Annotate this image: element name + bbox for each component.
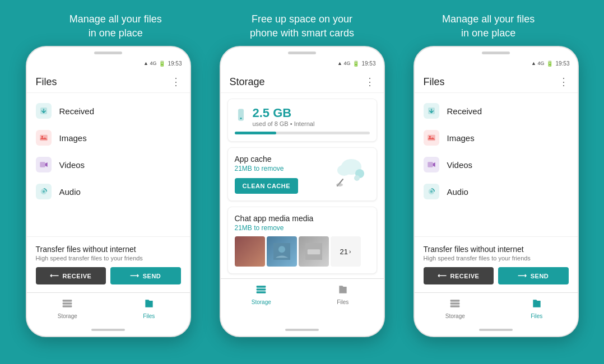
app-bar-center: Storage ⋮ (221, 70, 384, 93)
time-left: 19:53 (168, 60, 182, 67)
storage-nav-icon-right (449, 298, 461, 312)
svg-rect-31 (450, 302, 460, 304)
svg-rect-30 (450, 300, 460, 301)
chat-thumbs: 21 › (235, 236, 370, 267)
headline-left: Manage all your files in one place (31, 12, 199, 40)
svg-point-14 (354, 175, 360, 181)
svg-rect-7 (63, 302, 72, 304)
bottom-nav-center: Storage Files (221, 278, 384, 310)
menu-list-left: Received Images (27, 93, 190, 236)
menu-list-right: Received Images (415, 93, 578, 236)
gb-value: 2.5 GB (253, 106, 292, 120)
videos-icon (36, 157, 52, 172)
phone-bottom-left (27, 324, 190, 336)
nav-item-files-right[interactable]: Files (496, 293, 578, 324)
storage-nav-icon-left (62, 298, 73, 312)
phone-storage-icon (235, 109, 247, 124)
audio-icon (36, 184, 52, 199)
status-bar-center: ▲ 4G 🔋 19:53 (221, 54, 384, 70)
thumb-more[interactable]: 21 › (331, 236, 361, 267)
list-item[interactable]: Audio (27, 178, 190, 205)
svg-point-26 (429, 136, 431, 138)
headline-right: Manage all your files in one place (405, 12, 573, 40)
received-icon (36, 103, 52, 119)
nav-item-storage-right[interactable]: Storage (415, 293, 496, 324)
nav-item-storage-center[interactable]: Storage (221, 279, 303, 310)
nav-item-files-center[interactable]: Files (302, 279, 384, 310)
list-item[interactable]: Audio (415, 178, 578, 205)
menu-icon-left[interactable]: ⋮ (171, 76, 181, 88)
transfer-sub-left: High speed transfer files to your friend… (36, 255, 181, 262)
transfer-buttons-right: ⟵ RECEIVE ⟶ SEND (424, 267, 569, 284)
receive-arrow-icon: ⟵ (50, 272, 59, 279)
clean-cache-button[interactable]: CLEAN CACHE (235, 178, 299, 194)
phone-content-right: Files ⋮ Received (415, 70, 578, 324)
list-item[interactable]: Images (415, 124, 578, 151)
clean-cache-label: CLEAN CACHE (243, 183, 291, 189)
nav-item-files-left[interactable]: Files (108, 293, 190, 324)
transfer-sub-right: High speed transfer files to your friend… (424, 255, 569, 262)
storage-card: 2.5 GB used of 8 GB • Internal (227, 99, 377, 142)
receive-button-right[interactable]: ⟵ RECEIVE (424, 267, 494, 284)
received-label: Received (59, 106, 95, 116)
status-bar-right: ▲ 4G 🔋 19:53 (415, 54, 578, 70)
videos-label: Videos (59, 160, 85, 170)
videos-icon-right (424, 157, 439, 172)
transfer-buttons-left: ⟵ RECEIVE ⟶ SEND (36, 267, 181, 284)
list-item[interactable]: Videos (415, 151, 578, 178)
phone-right: ▲ 4G 🔋 19:53 Files ⋮ Received (413, 46, 579, 337)
phones-row: ▲ 4G 🔋 19:53 Files ⋮ Received (0, 46, 604, 337)
send-arrow-icon: ⟶ (130, 272, 140, 279)
time-right: 19:53 (555, 60, 569, 67)
list-item[interactable]: Received (415, 97, 578, 124)
list-item[interactable]: Videos (27, 151, 190, 178)
signal-center: ▲ 4G (337, 60, 350, 66)
svg-rect-23 (257, 291, 266, 293)
battery-right: 🔋 (546, 60, 553, 67)
headlines: Manage all your files in one place Free … (0, 0, 604, 46)
signal-left: ▲ 4G (143, 60, 156, 66)
receive-button-left[interactable]: ⟵ RECEIVE (36, 267, 106, 284)
svg-rect-1 (40, 135, 47, 141)
cache-title: App cache (235, 155, 299, 164)
videos-label-right: Videos (447, 160, 473, 170)
svg-point-5 (43, 190, 45, 193)
chat-card: Chat app media media 21MB to remove (227, 207, 377, 274)
list-item[interactable]: Received (27, 97, 190, 124)
home-indicator-right (479, 329, 513, 331)
audio-label: Audio (59, 187, 81, 197)
storage-nav-label-right: Storage (445, 313, 465, 319)
phone-bottom-center (221, 324, 384, 336)
menu-icon-center[interactable]: ⋮ (365, 76, 375, 88)
send-button-right[interactable]: ⟶ SEND (498, 267, 569, 284)
transfer-title-left: Transfer files without internet (36, 245, 181, 254)
nav-item-storage-left[interactable]: Storage (27, 293, 109, 324)
files-nav-icon-left (143, 298, 155, 312)
images-label: Images (59, 133, 87, 143)
cache-info: App cache 21MB to remove CLEAN CACHE (235, 155, 299, 194)
send-button-left[interactable]: ⟶ SEND (110, 267, 181, 284)
phone-content-left: Files ⋮ Received (27, 70, 190, 324)
received-icon-right (424, 103, 439, 119)
signal-right: ▲ 4G (531, 60, 544, 66)
send-label: SEND (143, 273, 161, 279)
storage-nav-label-center: Storage (252, 299, 271, 305)
storage-header: 2.5 GB used of 8 GB • Internal (235, 106, 370, 127)
more-count: 21 (340, 248, 348, 256)
cache-card: App cache 21MB to remove CLEAN CACHE (227, 147, 377, 201)
receive-label-right: RECEIVE (450, 273, 480, 279)
list-item[interactable]: Images (27, 124, 190, 151)
storage-nav-label-left: Storage (58, 313, 77, 319)
files-nav-label-left: Files (143, 313, 155, 319)
svg-rect-32 (450, 305, 460, 307)
phone-content-center: Storage ⋮ 2.5 GB used (221, 70, 384, 324)
phone-center: ▲ 4G 🔋 19:53 Storage ⋮ (220, 46, 385, 337)
battery-center: 🔋 (352, 60, 359, 67)
app-title-center: Storage (230, 76, 265, 88)
receive-arrow-icon-right: ⟵ (438, 272, 447, 279)
phone-bottom-right (415, 324, 578, 336)
receive-label: RECEIVE (63, 273, 92, 279)
menu-icon-right[interactable]: ⋮ (559, 76, 569, 88)
storage-bar-bg (235, 132, 370, 134)
cache-illustration (331, 155, 370, 188)
